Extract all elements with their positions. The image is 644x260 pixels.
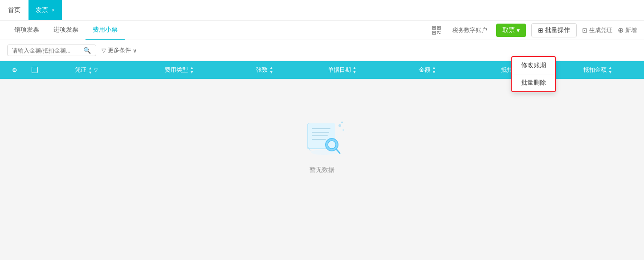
home-label: 首页 — [8, 6, 20, 14]
th-deduct[interactable]: 抵扣金额 ▲▼ — [555, 66, 640, 74]
top-nav: 首页 发票 × — [0, 0, 644, 20]
th-voucher[interactable]: 凭证 ▲▼ ▽ — [44, 65, 129, 75]
batch-btn-label: 批量操作 — [545, 26, 570, 34]
search-icon[interactable]: 🔍 — [83, 47, 91, 54]
tab-input[interactable]: 进项发票 — [46, 20, 86, 40]
batch-icon: ⊞ — [538, 27, 543, 34]
tax-digital-label: 税务数字账户 — [452, 27, 487, 33]
th-date-label: 单据日期 — [328, 66, 351, 74]
sub-tabs-bar: 销项发票 进项发票 费用小票 税务数字账户 取票 ▾ — [0, 20, 644, 40]
tab-input-label: 进项发票 — [53, 26, 78, 34]
sort-icon: ▲▼ — [353, 66, 357, 74]
th-type-label: 费用类型 — [165, 66, 188, 74]
generate-icon: ⊡ — [582, 27, 587, 34]
sort-icon: ▲▼ — [432, 66, 436, 74]
invoice-tab-label: 发票 — [36, 6, 48, 14]
tab-actions: 税务数字账户 取票 ▾ ⊞ 批量操作 ⊡ 生成凭证 ⊕ 新增 — [429, 23, 637, 37]
more-filter-label: 更多条件 — [108, 46, 131, 54]
empty-state: 暂无数据 — [0, 79, 644, 210]
add-btn-label: 新增 — [625, 26, 637, 34]
add-icon: ⊕ — [618, 26, 624, 34]
filter-icon: ▽ — [102, 47, 106, 54]
svg-rect-6 — [437, 31, 439, 32]
batch-delete-item[interactable]: 批量删除 — [512, 74, 555, 91]
filter-col-icon: ▽ — [94, 67, 98, 73]
take-btn-label: 取票 — [502, 26, 515, 34]
svg-rect-7 — [440, 31, 440, 32]
svg-point-16 — [328, 141, 336, 149]
sort-icon: ▲▼ — [88, 65, 92, 75]
empty-text: 暂无数据 — [310, 166, 334, 174]
tab-sales[interactable]: 销项发票 — [7, 20, 46, 40]
search-box[interactable]: 🔍 — [7, 45, 96, 56]
gear-icon: ⚙ — [12, 67, 17, 73]
svg-point-20 — [341, 122, 343, 123]
th-expense-type[interactable]: 费用类型 ▲▼ — [129, 66, 230, 74]
modify-period-item[interactable]: 修改账期 — [512, 57, 555, 74]
batch-operation-button[interactable]: ⊞ 批量操作 — [531, 23, 577, 37]
close-icon[interactable]: × — [52, 7, 55, 13]
th-amount-label: 金额 — [419, 66, 430, 74]
more-filter-button[interactable]: ▽ 更多条件 ∨ — [102, 46, 137, 54]
more-filter-arrow-icon: ∨ — [133, 47, 137, 54]
th-voucher-label: 凭证 — [75, 66, 86, 74]
tax-digital-button[interactable]: 税务数字账户 — [449, 26, 491, 34]
sort-icon: ▲▼ — [269, 66, 273, 74]
sort-icon: ▲▼ — [608, 66, 612, 74]
header-checkbox[interactable] — [32, 67, 38, 73]
search-input[interactable] — [12, 47, 83, 54]
svg-rect-9 — [439, 33, 440, 34]
invoice-tab[interactable]: 发票 × — [29, 0, 62, 20]
tab-sales-label: 销项发票 — [14, 26, 39, 34]
take-ticket-button[interactable]: 取票 ▾ — [496, 24, 526, 37]
qr-icon — [432, 25, 441, 35]
svg-rect-1 — [433, 27, 435, 28]
th-count[interactable]: 张数 ▲▼ — [230, 66, 299, 74]
svg-point-18 — [338, 124, 341, 127]
sort-icon: ▲▼ — [190, 66, 194, 74]
svg-rect-5 — [433, 32, 435, 33]
home-tab[interactable]: 首页 — [0, 0, 29, 20]
tab-expense[interactable]: 费用小票 — [86, 20, 125, 40]
th-amount[interactable]: 金额 ▲▼ — [385, 66, 470, 74]
generate-voucher-button[interactable]: ⊡ 生成凭证 — [582, 26, 612, 34]
svg-rect-8 — [437, 33, 438, 34]
add-button[interactable]: ⊕ 新增 — [618, 26, 637, 34]
batch-delete-label: 批量删除 — [521, 79, 546, 86]
th-checkbox[interactable] — [26, 67, 44, 73]
th-settings[interactable]: ⚙ — [4, 67, 26, 73]
th-deduct-label: 抵扣金额 — [583, 66, 607, 74]
qr-button[interactable] — [429, 23, 444, 37]
th-date[interactable]: 单据日期 ▲▼ — [299, 66, 384, 74]
svg-rect-3 — [438, 27, 440, 28]
modify-period-label: 修改账期 — [521, 61, 546, 69]
generate-btn-label: 生成凭证 — [589, 26, 612, 34]
take-arrow-icon: ▾ — [517, 27, 520, 34]
batch-dropdown-menu: 修改账期 批量删除 — [511, 56, 556, 92]
svg-point-19 — [342, 129, 344, 131]
th-count-label: 张数 — [256, 66, 268, 74]
empty-illustration — [295, 114, 349, 159]
tab-expense-label: 费用小票 — [93, 26, 118, 34]
